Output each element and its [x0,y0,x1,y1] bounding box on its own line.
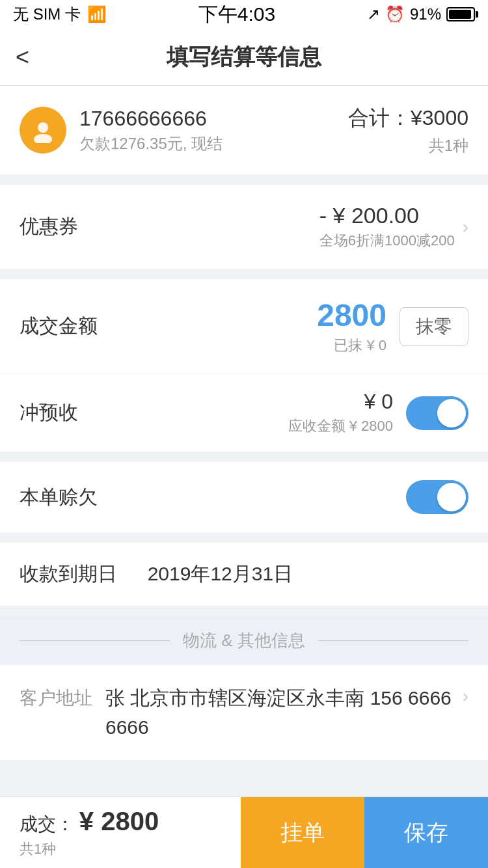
battery-icon [446,7,475,21]
back-button[interactable]: < [16,44,29,71]
page-content: 17666666666 欠款1276.35元, 现结 合计：¥3000 共1种 … [0,86,488,848]
wifi-icon: 📶 [87,5,107,23]
page-title: 填写结算等信息 [167,42,321,72]
no-sim-text: 无 SIM 卡 [13,4,81,25]
coupon-desc: 全场6折满1000减200 [319,231,455,251]
duedate-label: 收款到期日 [20,563,117,584]
avatar [20,107,66,154]
prereceive-amount-block: ¥ 0 应收金额 ¥ 2800 [288,390,393,436]
coupon-discount: - ¥ 200.00 [319,203,455,228]
nav-bar: < 填写结算等信息 [0,29,488,86]
debt-section: 本单赊欠 [0,462,488,532]
total-amount: 合计：¥3000 [348,104,468,133]
amount-section: 成交金额 2800 已抹 ¥ 0 抹零 冲预收 ¥ 0 应收金额 ¥ 2800 [0,279,488,452]
address-section[interactable]: 客户地址 张 北京市市辖区海淀区永丰南 156 6666 6666 › [0,665,488,760]
divider-text: 物流 & 其他信息 [170,629,318,652]
svg-point-1 [34,134,52,143]
summary-label: 成交： [20,814,74,834]
status-right: ↗ ⏰ 91% [367,5,475,23]
duedate-spacer [122,563,142,584]
duedate-text: 收款到期日 2019年12月31日 [20,563,293,584]
battery-percent: 91% [410,5,441,23]
debt-label: 本单赊欠 [20,484,98,511]
coupon-chevron-icon: › [463,217,468,237]
svg-point-0 [38,122,48,133]
debt-toggle[interactable] [406,480,468,514]
divider-section: 物流 & 其他信息 [0,616,488,665]
total-count: 共1种 [348,135,468,156]
summary-count: 共1种 [20,839,221,859]
duedate-value: 2019年12月31日 [148,563,293,584]
summary-main-line: 成交： ¥ 2800 [20,807,221,837]
transaction-right: 2800 已抹 ¥ 0 抹零 [317,297,468,355]
prereceive-right: ¥ 0 应收金额 ¥ 2800 [288,390,468,436]
transaction-sub: 已抹 ¥ 0 [317,336,386,355]
prereceive-toggle[interactable] [406,396,468,430]
coupon-row[interactable]: 优惠券 - ¥ 200.00 全场6折满1000减200 › [0,185,488,269]
summary-amount: ¥ 2800 [79,807,159,835]
transaction-label: 成交金额 [20,313,98,340]
customer-left: 17666666666 欠款1276.35元, 现结 [20,107,223,154]
divider-line-left [20,640,170,641]
customer-row: 17666666666 欠款1276.35元, 现结 合计：¥3000 共1种 [0,86,488,174]
coupon-label: 优惠券 [20,213,78,240]
prereceive-label: 冲预收 [20,400,78,426]
status-bar: 无 SIM 卡 📶 下午4:03 ↗ ⏰ 91% [0,0,488,29]
address-value: 张 北京市市辖区海淀区永丰南 156 6666 6666 [105,683,463,742]
debt-toggle-knob [437,483,466,511]
toggle-knob [437,399,466,427]
status-time: 下午4:03 [198,1,275,28]
prereceive-amount: ¥ 0 [288,390,393,414]
divider-line-right [318,640,468,641]
bottom-bar: 成交： ¥ 2800 共1种 挂单 保存 [0,796,488,868]
customer-sub-info: 欠款1276.35元, 现结 [79,133,223,154]
status-left: 无 SIM 卡 📶 [13,4,107,25]
prereceive-row: 冲预收 ¥ 0 应收金额 ¥ 2800 [0,374,488,452]
prereceive-sub: 应收金额 ¥ 2800 [288,416,393,436]
customer-phone: 17666666666 [79,107,223,131]
customer-info: 17666666666 欠款1276.35元, 现结 [79,107,223,154]
location-icon: ↗ [367,5,380,23]
customer-right: 合计：¥3000 共1种 [348,104,468,156]
hang-order-button[interactable]: 挂单 [241,797,364,869]
coupon-right: - ¥ 200.00 全场6折满1000减200 › [319,203,468,251]
transaction-amount-row: 成交金额 2800 已抹 ¥ 0 抹零 [0,279,488,374]
alarm-icon: ⏰ [385,5,405,23]
bottom-summary: 成交： ¥ 2800 共1种 [0,807,241,859]
rounding-button[interactable]: 抹零 [400,307,468,346]
save-button[interactable]: 保存 [364,797,488,869]
transaction-value: 2800 [317,297,386,333]
address-label: 客户地址 [20,683,92,711]
duedate-section: 收款到期日 2019年12月31日 [0,543,488,606]
address-chevron-icon: › [463,683,468,707]
